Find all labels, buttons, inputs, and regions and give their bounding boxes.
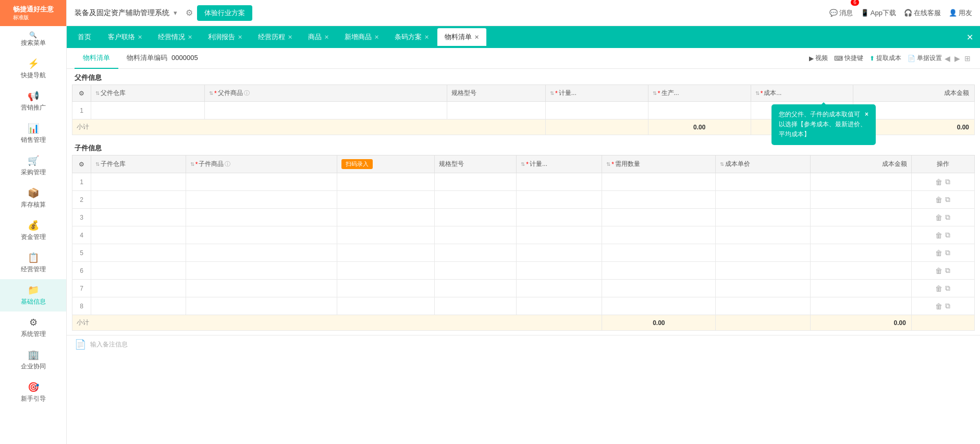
dropdown-arrow-icon[interactable]: ▾ xyxy=(174,9,177,17)
delete-icon-8[interactable]: 🗑 xyxy=(935,302,942,310)
sub-tab-bom[interactable]: 物料清单 xyxy=(75,48,118,69)
tab-goods-close[interactable]: ✕ xyxy=(324,34,329,41)
delete-icon-2[interactable]: 🗑 xyxy=(935,196,942,204)
child-row-2-goods[interactable] xyxy=(186,191,337,209)
copy-icon-6[interactable]: ⧉ xyxy=(945,266,950,275)
child-row-3-unit-cost[interactable] xyxy=(716,209,811,226)
delete-icon-5[interactable]: 🗑 xyxy=(935,249,942,257)
online-service-item[interactable]: 🎧 在线客服 xyxy=(904,8,941,18)
child-row-5-warehouse[interactable] xyxy=(91,244,186,262)
parent-row-1-unit[interactable] xyxy=(546,102,648,119)
tab-profit-close[interactable]: ✕ xyxy=(238,34,242,41)
child-row-3-goods[interactable] xyxy=(186,209,337,226)
child-row-5-goods[interactable] xyxy=(186,244,337,262)
child-row-7-goods[interactable] xyxy=(186,280,337,297)
child-row-5-unit-cost[interactable] xyxy=(716,244,811,262)
tab-profit[interactable]: 利润报告 ✕ xyxy=(201,28,250,46)
child-row-8-spec[interactable] xyxy=(434,297,516,315)
try-button[interactable]: 体验行业方案 xyxy=(197,5,252,21)
child-row-6-amount[interactable] xyxy=(811,262,912,280)
child-row-4-unit-cost[interactable] xyxy=(716,226,811,244)
parent-row-1-warehouse[interactable] xyxy=(91,102,205,119)
child-row-2-spec[interactable] xyxy=(434,191,516,209)
copy-icon-1[interactable]: ⧉ xyxy=(945,177,950,186)
tab-new-goods-close[interactable]: ✕ xyxy=(374,34,379,41)
tab-home[interactable]: 首页 xyxy=(69,28,100,46)
copy-icon-8[interactable]: ⧉ xyxy=(945,302,950,310)
tab-ops-close[interactable]: ✕ xyxy=(188,34,192,41)
child-row-1-unit[interactable] xyxy=(517,173,602,191)
child-row-6-unit-cost[interactable] xyxy=(716,262,811,280)
child-row-6-spec[interactable] xyxy=(434,262,516,280)
child-row-5-spec[interactable] xyxy=(434,244,516,262)
tab-bom[interactable]: 物料清单 ✕ xyxy=(437,28,486,46)
scan-button[interactable]: 扫码录入 xyxy=(341,159,373,169)
child-row-3-qty[interactable] xyxy=(602,209,716,226)
close-all-tabs[interactable]: ✕ xyxy=(962,32,977,42)
child-row-8-amount[interactable] xyxy=(811,297,912,315)
sidebar-item-enterprise[interactable]: 🏢 企业协同 xyxy=(0,344,66,376)
child-col-settings[interactable]: ⚙ xyxy=(72,155,91,173)
sidebar-item-marketing[interactable]: 📢 营销推广 xyxy=(0,85,66,117)
child-row-3-spec[interactable] xyxy=(434,209,516,226)
sidebar-item-search[interactable]: 🔍 搜索菜单 xyxy=(0,26,66,53)
tab-history-close[interactable]: ✕ xyxy=(288,34,292,41)
child-row-2-amount[interactable] xyxy=(811,191,912,209)
child-row-4-warehouse[interactable] xyxy=(91,226,186,244)
child-row-1-warehouse[interactable] xyxy=(91,173,186,191)
sub-tab-code[interactable]: 物料清单编码 0000005 xyxy=(118,48,206,69)
child-row-7-unit[interactable] xyxy=(517,280,602,297)
copy-icon-5[interactable]: ⧉ xyxy=(945,248,950,257)
child-row-1-qty[interactable] xyxy=(602,173,716,191)
child-row-1-spec[interactable] xyxy=(434,173,516,191)
child-row-7-unit-cost[interactable] xyxy=(716,280,811,297)
copy-icon-2[interactable]: ⧉ xyxy=(945,195,950,204)
prev-arrow[interactable]: ◀ xyxy=(943,54,952,63)
child-row-3-unit[interactable] xyxy=(517,209,602,226)
child-row-7-spec[interactable] xyxy=(434,280,516,297)
next-arrow[interactable]: ▶ xyxy=(953,54,962,63)
child-row-7-warehouse[interactable] xyxy=(91,280,186,297)
sidebar-item-guide[interactable]: 🎯 新手引导 xyxy=(0,376,66,409)
sidebar-item-system[interactable]: ⚙ 系统管理 xyxy=(0,311,66,344)
delete-icon-7[interactable]: 🗑 xyxy=(935,284,942,293)
child-row-8-warehouse[interactable] xyxy=(91,297,186,315)
sidebar-item-inventory[interactable]: 📦 库存核算 xyxy=(0,182,66,214)
app-download-item[interactable]: 📱 App下载 xyxy=(861,8,896,18)
view-btn[interactable]: ▶ 视频 xyxy=(809,54,828,63)
child-row-4-amount[interactable] xyxy=(811,226,912,244)
child-row-4-goods[interactable] xyxy=(186,226,337,244)
tab-goods[interactable]: 商品 ✕ xyxy=(301,28,336,46)
bottom-hint[interactable]: 输入备注信息 xyxy=(90,340,128,349)
child-row-7-amount[interactable] xyxy=(811,280,912,297)
delete-icon-3[interactable]: 🗑 xyxy=(935,213,942,222)
child-row-1-goods[interactable] xyxy=(186,173,337,191)
shortcut-btn[interactable]: ⌨ 快捷键 xyxy=(834,54,863,63)
child-row-3-warehouse[interactable] xyxy=(91,209,186,226)
tab-customer[interactable]: 客户联络 ✕ xyxy=(101,28,150,46)
tooltip-close-btn[interactable]: × xyxy=(865,110,868,119)
message-item[interactable]: 💬 消息 6 xyxy=(829,8,853,18)
tab-bom-close[interactable]: ✕ xyxy=(474,34,479,41)
child-row-6-qty[interactable] xyxy=(602,262,716,280)
tab-new-goods[interactable]: 新增商品 ✕ xyxy=(337,28,386,46)
sidebar-item-sales[interactable]: 📊 销售管理 xyxy=(0,117,66,150)
copy-icon-3[interactable]: ⧉ xyxy=(945,213,950,222)
tab-operations[interactable]: 经营情况 ✕ xyxy=(151,28,200,46)
sidebar-item-finance[interactable]: 💰 资金管理 xyxy=(0,214,66,247)
child-row-5-unit[interactable] xyxy=(517,244,602,262)
child-row-5-amount[interactable] xyxy=(811,244,912,262)
copy-icon-4[interactable]: ⧉ xyxy=(945,231,950,239)
parent-row-1-goods[interactable] xyxy=(205,102,447,119)
child-row-7-qty[interactable] xyxy=(602,280,716,297)
tab-history[interactable]: 经营历程 ✕ xyxy=(251,28,300,46)
copy-icon-7[interactable]: ⧉ xyxy=(945,284,950,293)
delete-icon-4[interactable]: 🗑 xyxy=(935,231,942,239)
child-row-2-warehouse[interactable] xyxy=(91,191,186,209)
child-row-6-unit[interactable] xyxy=(517,262,602,280)
user-item[interactable]: 👤 用友 xyxy=(949,8,972,18)
child-row-3-amount[interactable] xyxy=(811,209,912,226)
tab-customer-close[interactable]: ✕ xyxy=(138,34,142,41)
child-row-1-amount[interactable] xyxy=(811,173,912,191)
grid-view-icon[interactable]: ⊞ xyxy=(963,54,972,63)
